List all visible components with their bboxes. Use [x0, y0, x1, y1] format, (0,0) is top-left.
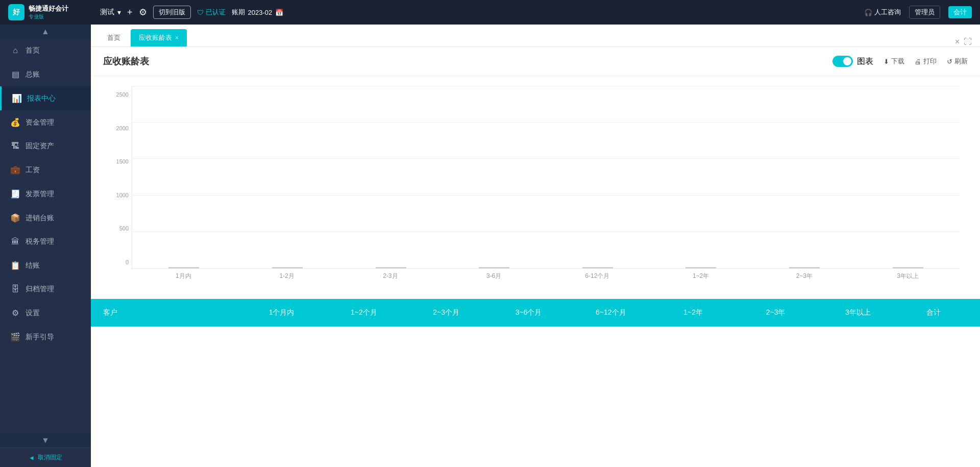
tab-aging[interactable]: 应收账龄表 × [131, 29, 187, 46]
top-header: 好 畅捷通好会计 专业版 测试 ▾ + ⚙ 切到旧版 🛡 已认证 账期 2023… [0, 0, 980, 25]
settings-icon[interactable]: ⚙ [139, 7, 147, 18]
table-header-1-2year: 1~2年 [652, 308, 734, 317]
scroll-down-button[interactable]: ▼ [0, 433, 91, 448]
y-label-0: 0 [111, 259, 132, 265]
print-button[interactable]: 🖨 打印 [915, 57, 937, 66]
chart-toggle-group: 图表 [832, 56, 873, 67]
tab-close-button[interactable]: × [955, 37, 960, 46]
y-label-2500: 2500 [111, 91, 132, 98]
company-selector[interactable]: 测试 ▾ [100, 8, 121, 17]
logo-main: 畅捷通好会计 [29, 4, 68, 13]
sidebar-item-archive[interactable]: 🗄 归档管理 [0, 277, 91, 301]
sidebar-item-tax[interactable]: 🏛 税务管理 [0, 230, 91, 253]
tab-bar: 首页 应收账龄表 × × ⛶ [91, 25, 980, 47]
refresh-button[interactable]: ↺ 刷新 [947, 57, 968, 66]
tab-home[interactable]: 首页 [99, 29, 129, 46]
tab-close-icon[interactable]: × [175, 34, 179, 41]
tab-home-label: 首页 [107, 33, 120, 42]
settings-sidebar-icon: ⚙ [10, 308, 20, 318]
add-button[interactable]: + [127, 7, 133, 18]
sidebar-item-guide[interactable]: 🎬 新手引导 [0, 325, 91, 349]
sidebar-label-salary: 工资 [26, 166, 40, 175]
sidebar-item-report[interactable]: 📊 报表中心 [0, 86, 91, 110]
bar-group-2 [246, 267, 329, 268]
y-label-1000: 1000 [111, 192, 132, 198]
switch-version-button[interactable]: 切到旧版 [153, 6, 191, 19]
fund-icon: 💰 [10, 118, 20, 127]
closing-icon: 📋 [10, 261, 20, 270]
bar-1-2month [272, 267, 303, 268]
table-section: 客户 1个月内 1~2个月 2~3个月 3~6个月 6~12个月 1~2年 2~… [91, 299, 980, 326]
sidebar-label-asset: 固定资产 [26, 142, 54, 151]
bar-group-4 [453, 267, 536, 268]
sidebar-item-ledger[interactable]: ▤ 总账 [0, 62, 91, 86]
sidebar-item-asset[interactable]: 🏗 固定资产 [0, 134, 91, 158]
bar-group-7 [763, 267, 846, 268]
chart-x-labels: 1月内 1-2月 2-3月 3-6月 6-12个月 1~2年 2~3年 3年以上 [132, 269, 960, 281]
period-value: 2023-02 [248, 9, 273, 16]
logo-text: 畅捷通好会计 专业版 [29, 4, 68, 20]
download-button[interactable]: ⬇ 下载 [884, 57, 904, 66]
guide-icon: 🎬 [10, 332, 20, 342]
print-icon: 🖨 [915, 58, 921, 65]
logo-icon: 好 [8, 4, 24, 20]
y-label-1500: 1500 [111, 158, 132, 165]
sidebar-scroll: ⌂ 首页 ▤ 总账 📊 报表中心 💰 资金管理 🏗 固定资产 💼 工资 [0, 39, 91, 433]
bar-1month [168, 267, 199, 268]
user-button[interactable]: 管理员 [909, 6, 940, 19]
report-header: 应收账龄表 图表 ⬇ 下载 🖨 打印 [91, 47, 980, 76]
tax-icon: 🏛 [10, 237, 20, 246]
table-header-3-6month: 3~6个月 [487, 308, 570, 317]
company-name: 测试 [100, 8, 114, 17]
bar-3plus-year [893, 267, 923, 268]
consult-button[interactable]: 🎧 人工咨询 [864, 8, 901, 17]
header-middle: 测试 ▾ + ⚙ 切到旧版 🛡 已认证 账期 2023-02 📅 [90, 6, 864, 19]
tab-actions: × ⛶ [955, 37, 972, 46]
y-label-500: 500 [111, 225, 132, 231]
shield-icon: 🛡 [197, 9, 204, 16]
home-icon: ⌂ [10, 46, 20, 55]
chart-y-axis: 0 500 1000 1500 2000 2500 [111, 86, 132, 281]
sidebar-item-fund[interactable]: 💰 资金管理 [0, 110, 91, 134]
tab-aging-label: 应收账龄表 [139, 33, 172, 42]
chart-main: 1月内 1-2月 2-3月 3-6月 6-12个月 1~2年 2~3年 3年以上 [132, 86, 960, 281]
chart-toggle[interactable] [832, 56, 853, 67]
bar-6-12month [582, 267, 613, 268]
toggle-label: 图表 [857, 56, 873, 67]
sidebar-label-report: 报表中心 [27, 94, 56, 103]
bar-group-8 [866, 267, 949, 268]
y-label-2000: 2000 [111, 125, 132, 131]
sidebar-item-invoice[interactable]: 🧾 发票管理 [0, 182, 91, 206]
x-label-8: 3年以上 [866, 269, 949, 281]
sidebar-item-salary[interactable]: 💼 工资 [0, 158, 91, 182]
sidebar-item-home[interactable]: ⌂ 首页 [0, 39, 91, 62]
tab-expand-button[interactable]: ⛶ [964, 37, 972, 46]
sidebar-label-ledger: 总账 [26, 70, 40, 79]
sidebar-label-closing: 结账 [26, 261, 40, 270]
download-label: 下载 [891, 57, 904, 66]
calendar-icon[interactable]: 📅 [275, 9, 283, 16]
chevron-down-icon: ▾ [117, 8, 121, 16]
print-label: 打印 [923, 57, 937, 66]
unfix-icon: ◄ [29, 454, 35, 461]
sidebar-label-invoice: 发票管理 [26, 190, 54, 199]
unfix-button[interactable]: ◄ 取消固定 [0, 448, 91, 467]
bar-2-3year [789, 267, 820, 268]
bar-group-1 [142, 267, 226, 268]
headset-icon: 🎧 [864, 9, 872, 16]
sidebar-item-settings[interactable]: ⚙ 设置 [0, 301, 91, 325]
sidebar-label-tax: 税务管理 [26, 237, 54, 246]
bar-1-2year [685, 267, 716, 268]
sidebar-item-trade[interactable]: 📦 进销台账 [0, 206, 91, 230]
sidebar-label-home: 首页 [26, 46, 40, 55]
role-button[interactable]: 会计 [948, 6, 972, 18]
consult-label: 人工咨询 [874, 8, 901, 17]
chart-plot [132, 86, 960, 269]
scroll-up-button[interactable]: ▲ [0, 25, 91, 39]
asset-icon: 🏗 [10, 142, 20, 151]
x-label-6: 1~2年 [659, 269, 743, 281]
table-header-customer: 客户 [103, 308, 240, 317]
bars-container [132, 86, 960, 268]
sidebar-label-fund: 资金管理 [26, 118, 54, 127]
sidebar-item-closing[interactable]: 📋 结账 [0, 253, 91, 277]
